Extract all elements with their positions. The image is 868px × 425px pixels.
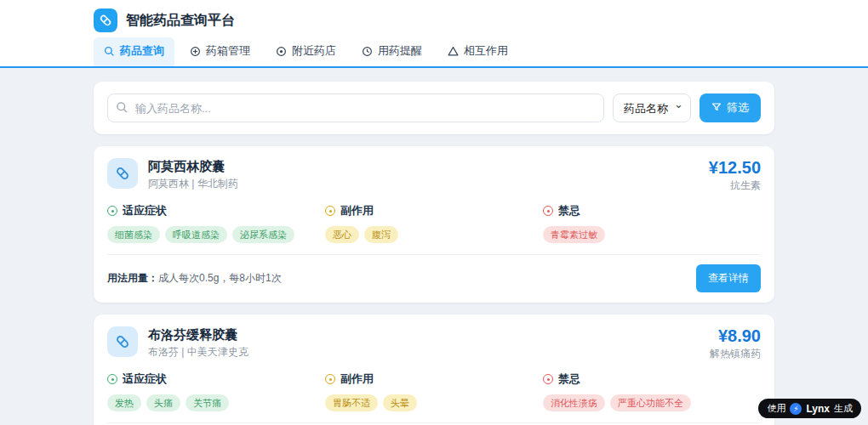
drug-subtitle: 布洛芬 | 中美天津史克 xyxy=(148,345,710,360)
pill-icon xyxy=(107,326,138,357)
side-effects-column: 副作用 恶心腹泻 xyxy=(325,203,543,243)
symptom-tag: 细菌感染 xyxy=(107,226,160,243)
contraindications-label: 禁忌 xyxy=(558,371,580,387)
tab-label: 用药提醒 xyxy=(378,43,422,59)
search-icon xyxy=(104,46,115,57)
side-effects-icon xyxy=(325,374,335,384)
main-content: 药品名称 筛选 阿莫西林胶囊 阿莫西林 | 华北制药 ¥12 xyxy=(0,68,868,425)
indications-column: 适应症状 细菌感染呼吸道感染泌尿系感染 xyxy=(107,203,325,243)
search-icon xyxy=(116,101,128,117)
contraindications-icon xyxy=(543,206,553,216)
search-category-select[interactable]: 药品名称 xyxy=(613,94,691,122)
lynx-generated-badge[interactable]: 使用 ⚡ Lynx 生成 xyxy=(758,399,861,418)
badge-brand: Lynx xyxy=(806,403,830,415)
drug-list: 阿莫西林胶囊 阿莫西林 | 华北制药 ¥12.50 抗生素 适应症状 细菌感染呼… xyxy=(94,146,774,425)
funnel-icon xyxy=(711,102,722,115)
drug-category: 解热镇痛药 xyxy=(710,347,761,361)
contraindications-column: 禁忌 消化性溃疡严重心功能不全 xyxy=(543,371,761,411)
filter-button-label: 筛选 xyxy=(727,100,749,116)
lynx-logo-icon: ⚡ xyxy=(790,403,802,415)
dosage-text: 用法用量：成人每次0.5g，每8小时1次 xyxy=(107,271,282,286)
view-details-button[interactable]: 查看详情 xyxy=(696,264,761,292)
dosage-label: 用法用量： xyxy=(107,272,158,284)
indications-icon xyxy=(107,206,117,216)
drug-name: 阿莫西林胶囊 xyxy=(148,158,709,174)
tab-label: 药品查询 xyxy=(120,43,164,59)
side-effects-label: 副作用 xyxy=(340,371,374,387)
symptom-tag: 消化性溃疡 xyxy=(543,394,605,411)
pill-icon xyxy=(107,158,138,189)
symptom-tag: 头晕 xyxy=(383,394,417,411)
nav-tabs: 药品查询 药箱管理 附近药店 用药提醒 xyxy=(94,37,774,66)
tab-medkit[interactable]: 药箱管理 xyxy=(180,37,260,68)
symptom-tag: 泌尿系感染 xyxy=(232,226,294,243)
symptom-tag: 胃肠不适 xyxy=(325,394,378,411)
location-icon xyxy=(276,46,287,57)
warning-icon xyxy=(448,46,459,57)
drug-search-input[interactable] xyxy=(107,94,604,122)
symptom-tag: 发热 xyxy=(107,394,141,411)
symptom-tag: 关节痛 xyxy=(186,394,229,411)
clock-icon xyxy=(362,46,373,57)
indications-label: 适应症状 xyxy=(123,371,167,387)
symptom-tag: 青霉素过敏 xyxy=(543,226,605,243)
drug-card: 阿莫西林胶囊 阿莫西林 | 华北制药 ¥12.50 抗生素 适应症状 细菌感染呼… xyxy=(94,146,774,303)
indications-column: 适应症状 发热头痛关节痛 xyxy=(107,371,325,411)
search-card: 药品名称 筛选 xyxy=(94,82,774,134)
side-effects-label: 副作用 xyxy=(340,203,374,218)
tab-interactions[interactable]: 相互作用 xyxy=(437,37,518,68)
badge-prefix: 使用 xyxy=(767,402,785,415)
tab-drug-search[interactable]: 药品查询 xyxy=(94,37,174,68)
contraindications-icon xyxy=(543,374,553,384)
indications-icon xyxy=(107,374,117,384)
symptom-tag: 头痛 xyxy=(146,394,180,411)
side-effects-icon xyxy=(325,206,335,216)
filter-button[interactable]: 筛选 xyxy=(700,94,761,122)
contraindications-label: 禁忌 xyxy=(558,203,580,218)
tab-label: 附近药店 xyxy=(292,43,336,59)
drug-category: 抗生素 xyxy=(709,178,761,193)
symptom-tag: 严重心功能不全 xyxy=(610,394,691,411)
symptom-tag: 腹泻 xyxy=(364,226,398,243)
tab-label: 药箱管理 xyxy=(206,43,250,59)
contraindications-column: 禁忌 青霉素过敏 xyxy=(543,203,761,243)
drug-name: 布洛芬缓释胶囊 xyxy=(148,326,710,343)
drug-price: ¥12.50 xyxy=(709,158,761,177)
symptom-tag: 恶心 xyxy=(325,226,359,243)
symptom-tag: 呼吸道感染 xyxy=(165,226,227,243)
pill-logo-icon xyxy=(94,8,117,32)
indications-label: 适应症状 xyxy=(123,203,167,218)
drug-card: 布洛芬缓释胶囊 布洛芬 | 中美天津史克 ¥8.90 解热镇痛药 适应症状 发热… xyxy=(94,314,774,425)
tab-medication-reminder[interactable]: 用药提醒 xyxy=(351,37,432,68)
badge-suffix: 生成 xyxy=(834,402,853,415)
side-effects-column: 副作用 胃肠不适头晕 xyxy=(325,371,543,411)
app-header: 智能药品查询平台 药品查询 药箱管理 附近药店 xyxy=(0,0,868,68)
medkit-icon xyxy=(190,46,201,57)
tab-label: 相互作用 xyxy=(464,43,508,59)
tab-nearby-pharmacy[interactable]: 附近药店 xyxy=(266,37,346,68)
drug-price: ¥8.90 xyxy=(710,326,761,345)
page-title: 智能药品查询平台 xyxy=(126,12,235,30)
drug-subtitle: 阿莫西林 | 华北制药 xyxy=(148,177,709,191)
